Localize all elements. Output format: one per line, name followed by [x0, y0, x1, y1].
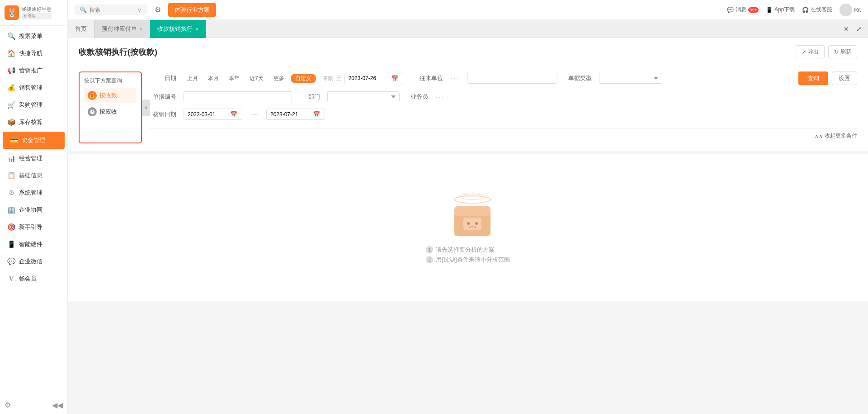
filter-row-3: 核销日期 📅 — 📅 — [149, 109, 857, 120]
empty-svg — [441, 190, 504, 240]
topbar-gear-icon[interactable]: ⚙ — [155, 5, 161, 14]
order-type-label: 单据类型 — [568, 74, 592, 82]
verify-date-from-wrapper: 📅 — [184, 109, 242, 120]
collapse-more-label: 收起更多条件 — [825, 132, 857, 140]
sidebar-item-marketing[interactable]: 📢 营销推广 — [0, 62, 67, 79]
date-more[interactable]: 更多 — [270, 74, 288, 83]
avatar — [840, 4, 852, 16]
tab-prepay[interactable]: 预付冲应付单 × — [94, 20, 150, 38]
department-select[interactable] — [327, 91, 400, 102]
date-last-month[interactable]: 上月 — [184, 74, 202, 83]
salesperson-dots: ··· — [435, 92, 445, 102]
quicknav-icon: 🏠 — [7, 49, 15, 57]
page-title: 收款核销执行(按收款) — [79, 47, 157, 63]
collapse-icon: « — [145, 105, 147, 110]
finance-icon: 💳 — [10, 136, 18, 144]
sidebar-item-label: 企业协同 — [19, 206, 42, 214]
sidebar-item-inventory[interactable]: 📦 库存核算 — [0, 114, 67, 131]
refresh-button[interactable]: ↻ 刷新 — [828, 45, 857, 58]
app-name: 畅捷通好生意 — [22, 6, 52, 12]
message-badge: 99+ — [748, 7, 759, 13]
sidebar-item-purchase[interactable]: 🛒 采购管理 — [0, 96, 67, 114]
sidebar-item-member[interactable]: V 畅会员 — [0, 270, 67, 287]
maximize-button[interactable]: ⤢ — [854, 24, 864, 34]
counterpart-input[interactable] — [467, 73, 557, 84]
date-this-month[interactable]: 本月 — [204, 74, 222, 83]
date-range-inputs: 不限 至 📅 — [323, 73, 403, 84]
date-this-year[interactable]: 本年 — [225, 74, 243, 83]
sidebar-item-finance[interactable]: 💳 资金管理 — [3, 132, 65, 149]
date-custom[interactable]: 自定义 — [291, 74, 316, 83]
service-icon: 🎧 — [802, 7, 809, 13]
corp-icon: 🏢 — [7, 206, 15, 214]
filter-option-by-payment[interactable]: 💰 按收款 — [84, 88, 137, 103]
sidebar-item-sales[interactable]: 💰 销售管理 — [0, 79, 67, 96]
setting-button[interactable]: 设置 — [832, 71, 857, 85]
topbar-right: 💬 消息 99+ 📱 App下载 🎧 在线客服 Rit — [727, 4, 861, 16]
collapse-sidebar-icon[interactable]: ◀◀ — [52, 401, 63, 409]
verify-date-from-field[interactable] — [188, 111, 228, 118]
hardware-icon: 📱 — [7, 240, 15, 248]
filter-option-by-receivable[interactable]: 🕐 按应收 — [84, 105, 137, 119]
collapse-up-icon: ∧∧ — [815, 133, 823, 139]
user-profile[interactable]: Rit — [840, 4, 861, 16]
query-button[interactable]: 查询 — [798, 71, 828, 85]
page-header: 收款核销执行(按收款) ↗ 导出 ↻ 刷新 — [68, 38, 868, 64]
sidebar-item-basic-info[interactable]: 📋 基础信息 — [0, 167, 67, 184]
refresh-icon: ↻ — [834, 49, 839, 55]
department-label: 部门 — [308, 93, 320, 101]
topbar-search-input[interactable] — [90, 7, 135, 13]
solution-button[interactable]: 体验行业方案 — [168, 3, 216, 17]
collapse-more-button[interactable]: ∧∧ 收起更多条件 — [149, 128, 857, 143]
message-button[interactable]: 💬 消息 99+ — [727, 6, 759, 14]
sidebar-item-business[interactable]: 📊 经营管理 — [0, 150, 67, 167]
purchase-icon: 🛒 — [7, 101, 15, 109]
order-no-input[interactable] — [184, 91, 292, 102]
main-area: 🔍 ∨ ⚙ 体验行业方案 💬 消息 99+ 📱 App下载 🎧 在线客服 Rit — [68, 0, 868, 414]
filter-action-buttons: 查询 设置 — [798, 71, 857, 85]
date-to-field[interactable] — [349, 75, 389, 81]
department-select-wrapper — [327, 91, 400, 102]
app-download-label: App下载 — [774, 6, 795, 14]
page-actions: ↗ 导出 ↻ 刷新 — [796, 45, 857, 64]
message-icon: 💬 — [727, 7, 734, 13]
svg-point-8 — [475, 222, 478, 225]
app-logo: 🐰 畅捷通好生意 标准版 — [0, 0, 67, 26]
sidebar-item-label: 搜索菜单 — [19, 32, 42, 40]
topbar-search-box[interactable]: 🔍 ∨ — [75, 5, 147, 15]
date-last-7-days[interactable]: 近7天 — [246, 74, 267, 83]
tab-payment-verify-close[interactable]: × — [195, 26, 198, 32]
verify-date-to-field[interactable] — [270, 111, 311, 118]
sidebar-item-search[interactable]: 🔍 搜索菜单 — [0, 28, 67, 45]
system-icon: ⚙ — [7, 189, 15, 197]
topbar: 🔍 ∨ ⚙ 体验行业方案 💬 消息 99+ 📱 App下载 🎧 在线客服 Rit — [68, 0, 868, 20]
tab-home[interactable]: 首页 — [68, 20, 94, 38]
app-download-button[interactable]: 📱 App下载 — [766, 6, 795, 14]
close-window-button[interactable]: ✕ — [841, 24, 852, 34]
sidebar-item-system[interactable]: ⚙ 系统管理 — [0, 184, 67, 201]
verify-date-separator: — — [250, 111, 259, 118]
verify-calendar-from-icon: 📅 — [230, 111, 237, 118]
online-service-button[interactable]: 🎧 在线客服 — [802, 6, 832, 14]
guide-icon: 🎯 — [7, 223, 15, 231]
date-range-separator-top: 至 — [336, 74, 342, 82]
verify-date-to-wrapper: 📅 — [266, 109, 325, 120]
order-type-select[interactable] — [599, 73, 662, 84]
svg-point-7 — [467, 222, 470, 225]
export-button[interactable]: ↗ 导出 — [796, 45, 825, 58]
collapse-filter-button[interactable]: « — [142, 100, 150, 116]
empty-hint-list: 1 请先选择要分析的方案 2 用[过滤]条件来缩小分析范围 — [426, 245, 509, 265]
tab-prepay-close[interactable]: × — [140, 26, 142, 32]
tab-payment-verify[interactable]: 收款核销执行 × — [150, 20, 206, 38]
order-no-label: 单据编号 — [149, 93, 176, 101]
filter-scheme-panel: 按以下方案查询 💰 按收款 🕐 按应收 « — [79, 71, 142, 143]
empty-hint-2-text: 用[过滤]条件来缩小分析范围 — [436, 256, 509, 264]
sidebar-item-quick-nav[interactable]: 🏠 快捷导航 — [0, 45, 67, 62]
sidebar-item-label: 基础信息 — [19, 171, 42, 180]
settings-bottom-icon[interactable]: ⚙ — [5, 401, 11, 409]
sidebar-item-wechat[interactable]: 💬 企业微信 — [0, 253, 67, 270]
sidebar-item-corp[interactable]: 🏢 企业协同 — [0, 201, 67, 219]
sidebar-item-hardware[interactable]: 📱 智能硬件 — [0, 236, 67, 253]
filter-area: 按以下方案查询 💰 按收款 🕐 按应收 « 日期 — [68, 64, 868, 151]
sidebar-item-guide[interactable]: 🎯 新手引导 — [0, 219, 67, 236]
